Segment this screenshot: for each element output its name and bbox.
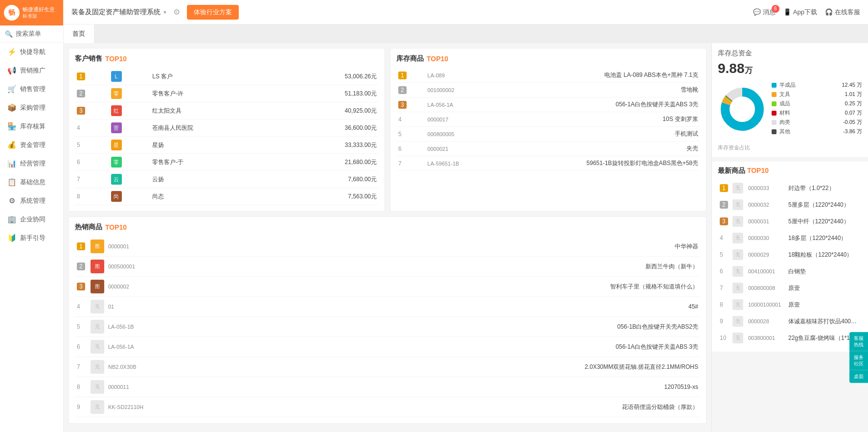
logo-sub: 标准版 xyxy=(23,13,55,20)
legend-value: 1.01 万 xyxy=(845,91,862,98)
message-badge: 6 xyxy=(772,5,779,13)
rank-cell: 2 xyxy=(75,257,89,277)
rank-cell: 8 xyxy=(75,377,89,397)
code-cell: 0000011 xyxy=(106,377,150,397)
nav-label-basic: 基础信息 xyxy=(20,178,46,187)
table-row: 8 无 0000011 12070519-xs xyxy=(75,377,700,397)
name-cell: 18颗粒板（1220*2440） xyxy=(787,247,861,263)
sidebar-item-marketing[interactable]: 📢 营销推广 xyxy=(0,61,63,80)
app-download-button[interactable]: 📱 App下载 xyxy=(783,8,817,17)
rank-cell: 5 xyxy=(75,317,89,337)
image-cell: 图 xyxy=(89,277,106,297)
hot-sales-card: 热销商品 TOP10 1 图 0000001 中华神器 2 图 00050000… xyxy=(69,216,707,424)
rank-cell: 5 xyxy=(396,127,426,142)
table-row: 5 无 LA-056-1B 056-1B白色按键开关壳ABS2壳 xyxy=(75,317,700,337)
legend-item: 材料 0.07 万 xyxy=(772,109,862,117)
avatar-cell: 无 xyxy=(731,313,746,329)
newest-products-title: 最新商品 TOP10 xyxy=(718,167,862,175)
code-cell: LA-056-1B xyxy=(106,317,150,337)
name-cell: 零售客户-于 xyxy=(150,154,277,171)
tab-home[interactable]: 首页 xyxy=(64,24,94,43)
legend-name: 其他 xyxy=(779,128,790,135)
newest-top10-label: TOP10 xyxy=(747,167,769,174)
table-row: 1 图 0000001 中华神器 xyxy=(75,237,700,257)
image-cell: 无 xyxy=(89,297,106,317)
gear-icon[interactable]: ⚙ xyxy=(171,5,182,19)
avatar-cell: 无 xyxy=(731,197,746,213)
name-cell: 手机测试 xyxy=(511,127,700,142)
message-button[interactable]: 💬 消息 6 xyxy=(753,8,776,17)
online-service-button[interactable]: 🎧 在线客服 xyxy=(825,8,860,17)
name-cell: 056-1B白色按键开关壳ABS2壳 xyxy=(150,317,700,337)
table-row: 2 001000002 雪地靴 xyxy=(396,83,700,97)
inventory-product-table: 1 LA-089 电池盖 LA-089 ABS本色+黑种 7.1克 2 0010… xyxy=(396,68,700,171)
nav-icon-enterprise: 🏢 xyxy=(7,215,16,224)
rank-cell: 9 xyxy=(75,397,89,417)
float-service-community[interactable]: 服务 社区 xyxy=(849,351,868,370)
legend-item: 肉类 -0.05 万 xyxy=(772,119,862,126)
table-row: 1 无 0000033 封边带（1.0*22） xyxy=(719,180,861,196)
legend-name: 文具 xyxy=(779,91,790,98)
avatar-cell: L xyxy=(109,68,151,85)
rank-cell: 3 xyxy=(75,277,89,297)
amount-cell: 40,925.00元 xyxy=(277,102,379,120)
sidebar-item-sales[interactable]: 🛒 销售管理 xyxy=(0,80,63,98)
sidebar-logo: 畅 畅捷通好生意 标准版 xyxy=(0,0,63,25)
name-cell: 夹壳 xyxy=(511,142,700,156)
nav-icon-guide: 🔰 xyxy=(7,234,16,242)
avatar-cell: 无 xyxy=(731,330,746,346)
sidebar-item-purchase[interactable]: 📦 采购管理 xyxy=(0,98,63,117)
name-cell: 原壹 xyxy=(787,297,861,312)
sidebar-item-operation[interactable]: 📊 经营管理 xyxy=(0,154,63,173)
code-cell: 0000028 xyxy=(747,313,786,329)
table-row: 1 LA-089 电池盖 LA-089 ABS本色+黑种 7.1克 xyxy=(396,68,700,83)
sidebar-item-guide[interactable]: 🔰 新手引导 xyxy=(0,229,63,247)
sidebar-item-finance[interactable]: 💰 资金管理 xyxy=(0,136,63,154)
legend-item: 其他 -3.86 万 xyxy=(772,128,862,135)
inventory-title: 库存总资金 xyxy=(718,49,862,58)
code-cell: 0000032 xyxy=(747,197,786,213)
rank-cell: 3 xyxy=(75,102,109,120)
rank-cell: 7 xyxy=(75,171,109,188)
code-cell: 000800005 xyxy=(426,127,512,142)
name-cell: 中华神器 xyxy=(150,237,700,257)
code-cell: LA-056-1A xyxy=(106,337,150,357)
image-cell: 无 xyxy=(89,337,106,357)
sidebar-item-inventory[interactable]: 🏪 库存核算 xyxy=(0,117,63,136)
trial-button[interactable]: 体验行业方案 xyxy=(187,5,239,20)
nav-icon-system: ⚙ xyxy=(7,196,16,205)
name-cell: 056-1A白色按键开关盖ABS 3壳 xyxy=(150,337,700,357)
code-cell: LA-056-1A xyxy=(426,97,512,112)
name-cell: 45# xyxy=(150,297,700,317)
rank-cell: 1 xyxy=(719,180,731,196)
sidebar-item-system[interactable]: ⚙ 系统管理 xyxy=(0,192,63,210)
rank-cell: 6 xyxy=(396,142,426,156)
online-service-label: 在线客服 xyxy=(835,8,860,17)
avatar-cell: 无 xyxy=(731,247,746,263)
sidebar-item-quick-nav[interactable]: ⚡ 快捷导航 xyxy=(0,43,63,61)
avatar-cell: 云 xyxy=(109,171,151,188)
nav-label-operation: 经营管理 xyxy=(20,159,46,168)
legend-value: 12.45 万 xyxy=(842,81,862,89)
svg-point-5 xyxy=(731,98,753,120)
rank-cell: 2 xyxy=(75,85,109,102)
topbar-right: 💬 消息 6 📱 App下载 🎧 在线客服 xyxy=(753,8,860,17)
name-cell: 电池盖 LA-089 ABS本色+黑种 7.1克 xyxy=(511,68,700,83)
search-icon: 🔍 xyxy=(5,30,13,38)
search-menu[interactable]: 🔍 搜索菜单 xyxy=(0,25,63,43)
rank-cell: 2 xyxy=(719,197,731,213)
nav-icon-quick-nav: ⚡ xyxy=(7,48,16,56)
float-customer-service[interactable]: 客服 热线 xyxy=(849,332,868,351)
avatar-cell: 零 xyxy=(109,85,151,102)
float-desktop[interactable]: 桌面 xyxy=(849,370,868,383)
amount-cell: 36,600.00元 xyxy=(277,120,379,137)
legend-item: 成品 0.25 万 xyxy=(772,100,862,107)
legend-color xyxy=(772,83,777,88)
sidebar-item-enterprise[interactable]: 🏢 企业协同 xyxy=(0,210,63,229)
sidebar-item-basic[interactable]: 📋 基础信息 xyxy=(0,173,63,192)
name-cell: 封边带（1.0*22） xyxy=(787,180,861,196)
chevron-down-icon: ▾ xyxy=(163,9,166,16)
rank-cell: 1 xyxy=(396,68,426,83)
rank-cell: 8 xyxy=(719,297,731,312)
table-row: 5 000800005 手机测试 xyxy=(396,127,700,142)
